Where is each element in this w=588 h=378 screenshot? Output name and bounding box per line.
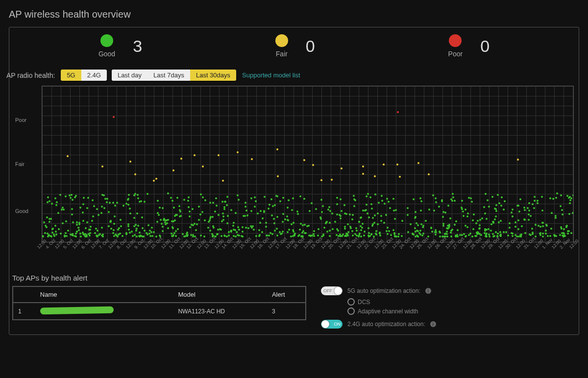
- data-point: [388, 230, 390, 232]
- data-point: [176, 214, 178, 216]
- data-point: [532, 203, 534, 205]
- data-point: [46, 216, 48, 218]
- toggle-2g-optimization[interactable]: [321, 320, 343, 329]
- table-row[interactable]: 1NWA1123-AC HD3: [13, 303, 306, 320]
- data-point: [341, 167, 343, 169]
- data-point: [392, 198, 394, 200]
- data-point: [487, 199, 489, 201]
- band-tab-5g[interactable]: 5G: [61, 70, 81, 81]
- data-point: [110, 228, 112, 230]
- stat-count: 0: [306, 37, 315, 56]
- band-tab-2.4g[interactable]: 2.4G: [81, 70, 107, 81]
- supported-model-link[interactable]: Supported model list: [242, 71, 300, 79]
- data-point: [347, 231, 349, 233]
- data-point: [535, 224, 537, 226]
- data-point: [340, 198, 342, 200]
- data-point: [374, 175, 376, 177]
- data-point: [495, 215, 497, 217]
- data-point: [372, 217, 374, 219]
- data-point: [503, 209, 505, 211]
- info-icon[interactable]: i: [425, 288, 431, 294]
- data-point: [134, 234, 136, 236]
- data-point: [420, 200, 422, 202]
- data-point: [218, 154, 220, 156]
- data-point: [498, 221, 500, 223]
- data-point: [545, 224, 547, 226]
- data-point: [467, 213, 469, 214]
- data-point: [274, 204, 276, 206]
- data-point: [62, 207, 64, 209]
- data-point: [457, 229, 459, 231]
- data-point: [505, 231, 507, 233]
- data-point: [237, 194, 239, 196]
- data-point: [336, 228, 338, 230]
- data-point: [325, 221, 327, 223]
- data-point: [360, 236, 362, 237]
- data-point: [499, 231, 501, 233]
- data-point: [448, 227, 450, 229]
- data-point: [186, 232, 188, 234]
- data-point: [488, 228, 490, 230]
- data-point: [55, 231, 57, 233]
- data-point: [257, 213, 259, 214]
- data-point: [351, 218, 353, 220]
- info-icon[interactable]: i: [430, 321, 436, 327]
- toggle-5g-optimization[interactable]: [321, 286, 343, 295]
- data-point: [365, 209, 367, 211]
- data-point: [364, 231, 366, 233]
- data-point: [150, 231, 152, 233]
- chart-plot-area[interactable]: [42, 86, 574, 242]
- data-point: [303, 159, 305, 161]
- data-point: [172, 200, 173, 202]
- data-point: [384, 203, 386, 205]
- data-point: [43, 221, 45, 223]
- data-point: [57, 212, 59, 214]
- data-point: [530, 215, 532, 217]
- cell-idx: 1: [13, 303, 35, 320]
- data-point: [141, 216, 143, 218]
- data-point: [129, 213, 131, 214]
- data-point: [386, 230, 388, 232]
- range-tab-last7days[interactable]: Last 7days: [147, 70, 190, 81]
- data-point: [455, 220, 457, 222]
- data-point: [159, 207, 161, 209]
- data-point: [222, 213, 224, 214]
- data-point: [49, 200, 50, 202]
- data-point: [288, 229, 290, 231]
- data-point: [313, 233, 315, 235]
- data-point: [94, 232, 96, 234]
- data-point: [368, 236, 370, 237]
- data-point: [62, 222, 64, 224]
- data-point: [479, 219, 481, 221]
- data-point: [417, 162, 419, 164]
- range-tab-last30days[interactable]: Last 30days: [190, 70, 236, 81]
- data-point: [401, 235, 403, 237]
- data-point: [394, 218, 396, 220]
- data-point: [146, 232, 147, 234]
- range-tab-lastday[interactable]: Last day: [112, 70, 147, 81]
- data-point: [300, 223, 302, 225]
- data-point: [466, 215, 468, 217]
- data-point: [196, 223, 198, 225]
- data-point: [370, 233, 372, 235]
- data-point: [417, 230, 419, 232]
- data-point: [383, 164, 385, 165]
- data-point: [343, 204, 345, 206]
- data-point: [55, 204, 57, 206]
- data-point: [498, 202, 500, 204]
- data-point: [207, 227, 209, 229]
- data-point: [271, 233, 273, 235]
- data-point: [177, 228, 179, 230]
- data-point: [270, 232, 271, 234]
- data-point: [47, 236, 49, 237]
- radio-dcs[interactable]: [347, 298, 355, 306]
- data-point: [380, 215, 382, 217]
- data-point: [368, 216, 370, 218]
- data-point: [147, 234, 148, 236]
- radio-adaptive-width[interactable]: [347, 307, 355, 315]
- data-point: [533, 207, 535, 209]
- optimization-panel: 5G auto optimization action: i DCS Adapt…: [321, 274, 576, 331]
- data-point: [122, 235, 123, 237]
- data-point: [234, 229, 236, 231]
- data-point: [353, 198, 355, 200]
